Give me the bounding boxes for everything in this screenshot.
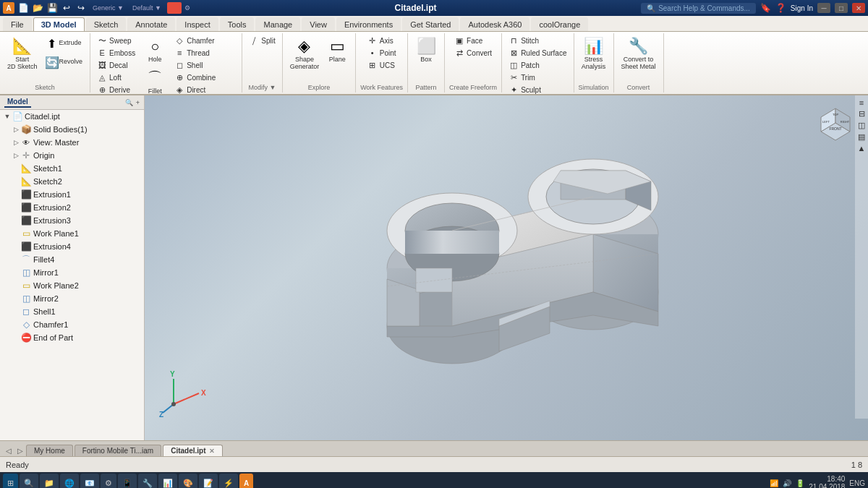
chamfer-button[interactable]: ◇ Chamfer bbox=[172, 35, 237, 46]
addins-icon[interactable]: ⚙ bbox=[184, 4, 190, 12]
split-button[interactable]: ⧸ Split bbox=[247, 35, 277, 46]
save-icon[interactable]: 💾 bbox=[46, 2, 58, 14]
axis-button[interactable]: ✛ Axis bbox=[365, 35, 399, 46]
taskbar-app-5[interactable]: 🎨 bbox=[179, 474, 197, 488]
direct-button[interactable]: ◈ Direct bbox=[172, 84, 237, 95]
decal-button[interactable]: 🖼 Decal bbox=[95, 59, 137, 71]
tab-citadel[interactable]: Citadel.ipt ✕ bbox=[163, 445, 222, 456]
minimize-button[interactable]: ─ bbox=[817, 3, 830, 13]
taskbar-app-4[interactable]: 📊 bbox=[158, 474, 177, 488]
tab-nav-left[interactable]: ◁ bbox=[3, 445, 14, 456]
tab-view[interactable]: View bbox=[302, 17, 335, 31]
hole-button[interactable]: ○ Hole bbox=[139, 35, 171, 65]
sweep-button[interactable]: 〜 Sweep bbox=[95, 35, 137, 46]
combine-button[interactable]: ⊕ Combine bbox=[172, 72, 237, 83]
new-icon[interactable]: 📄 bbox=[17, 2, 29, 14]
tab-tools[interactable]: Tools bbox=[220, 17, 255, 31]
tree-item-extrusion1[interactable]: ⬛ Extrusion1 bbox=[0, 188, 144, 201]
undo-icon[interactable]: ↩ bbox=[61, 2, 72, 14]
help-icon[interactable]: ❓ bbox=[775, 3, 786, 13]
search-box[interactable]: 🔍 Search Help & Commands... bbox=[641, 3, 756, 14]
viewport[interactable]: FRONT LEFT RIGHT TOP X Y Z bbox=[145, 95, 868, 440]
converttosheetmetal-button[interactable]: 🔧 Convert toSheet Metal bbox=[618, 35, 659, 72]
tab-3dmodel[interactable]: 3D Model bbox=[33, 17, 85, 31]
tab-manage[interactable]: Manage bbox=[255, 17, 300, 31]
box-button[interactable]: ⬜ Box bbox=[412, 35, 440, 65]
taskbar-app-6[interactable]: 📝 bbox=[199, 474, 218, 488]
tab-sketch[interactable]: Sketch bbox=[86, 17, 127, 31]
redo-icon[interactable]: ↪ bbox=[75, 2, 87, 14]
tree-item-shell1[interactable]: ◻ Shell1 bbox=[0, 305, 144, 318]
tree-item-fillet4[interactable]: ⌒ Fillet4 bbox=[0, 253, 144, 266]
point-button[interactable]: • Point bbox=[365, 47, 399, 59]
shell-button[interactable]: ◻ Shell bbox=[172, 59, 237, 71]
face-button[interactable]: ▣ Face bbox=[452, 35, 494, 46]
revolve-button[interactable]: 🔄 Revolve bbox=[42, 53, 86, 71]
sculpt-button[interactable]: ✦ Sculpt bbox=[506, 84, 569, 95]
tree-item-workplane1[interactable]: ▭ Work Plane1 bbox=[0, 227, 144, 240]
vp-btn-3[interactable]: ◫ bbox=[858, 121, 865, 130]
tree-item-extrusion2[interactable]: ⬛ Extrusion2 bbox=[0, 201, 144, 214]
open-icon[interactable]: 📂 bbox=[32, 2, 43, 14]
color-scheme-selector[interactable]: Default ▼ bbox=[129, 4, 164, 12]
maximize-button[interactable]: □ bbox=[835, 3, 848, 13]
trim-button[interactable]: ✂ Trim bbox=[506, 72, 569, 83]
tree-item-extrusion4[interactable]: ⬛ Extrusion4 bbox=[0, 240, 144, 253]
vp-btn-4[interactable]: ▤ bbox=[858, 132, 865, 142]
nav-cube[interactable]: FRONT LEFT RIGHT TOP bbox=[814, 103, 850, 139]
shapegenerator-button[interactable]: ◈ ShapeGenerator bbox=[287, 35, 323, 72]
tab-nav-right[interactable]: ▷ bbox=[14, 445, 26, 456]
derive-button[interactable]: ⊕ Derive bbox=[95, 84, 137, 95]
tree-item-mirror1[interactable]: ◫ Mirror1 bbox=[0, 266, 144, 279]
taskbar-app-chrome[interactable]: 🌐 bbox=[60, 474, 79, 488]
tab-inspect[interactable]: Inspect bbox=[176, 17, 218, 31]
stitch-button[interactable]: ⊓ Stitch bbox=[506, 35, 569, 46]
tree-item-chamfer1[interactable]: ◇ Chamfer1 bbox=[0, 318, 144, 331]
tree-item-sketch2[interactable]: 📐 Sketch2 bbox=[0, 175, 144, 188]
tab-a360[interactable]: Autodesk A360 bbox=[460, 17, 529, 31]
emboss-button[interactable]: E Emboss bbox=[95, 47, 137, 59]
tab-file[interactable]: File bbox=[3, 17, 32, 31]
close-button[interactable]: ✕ bbox=[852, 3, 865, 13]
tree-item-workplane2[interactable]: ▭ Work Plane2 bbox=[0, 279, 144, 292]
tab-coolorange[interactable]: coolOrange bbox=[531, 17, 588, 31]
fillet-button[interactable]: ⌒ Fillet bbox=[139, 67, 171, 95]
start-2dsketch-button[interactable]: 📐 Start2D Sketch bbox=[4, 35, 41, 72]
convert-button[interactable]: ⇄ Convert bbox=[452, 47, 494, 59]
tree-item-extrusion3[interactable]: ⬛ Extrusion3 bbox=[0, 214, 144, 227]
sidebar-tab-model[interactable]: Model bbox=[4, 97, 31, 108]
plane-button[interactable]: ▭ Plane bbox=[323, 35, 351, 65]
stressanalysis-button[interactable]: 📊 StressAnalysis bbox=[579, 35, 609, 72]
taskbar-app-7[interactable]: ⚡ bbox=[219, 474, 238, 488]
ruledsurface-button[interactable]: ⊠ Ruled Surface bbox=[506, 47, 569, 59]
tree-item-solidbodies[interactable]: ▷ 📦 Solid Bodies(1) bbox=[0, 123, 144, 136]
tab-myhome[interactable]: My Home bbox=[26, 445, 73, 456]
loft-button[interactable]: ◬ Loft bbox=[95, 72, 137, 83]
taskbar-app-explorer[interactable]: 📁 bbox=[40, 474, 59, 488]
tree-item-endofpart[interactable]: ⛔ End of Part bbox=[0, 331, 144, 344]
tree-item-view[interactable]: ▷ 👁 View: Master bbox=[0, 136, 144, 149]
patch-button[interactable]: ◫ Patch bbox=[506, 59, 569, 71]
taskbar-app-inventor[interactable]: A bbox=[239, 474, 253, 488]
vp-btn-1[interactable]: ≡ bbox=[859, 98, 864, 107]
tab-fortino[interactable]: Fortino Mobile Ti...iam bbox=[75, 445, 161, 456]
vp-btn-2[interactable]: ⊟ bbox=[859, 109, 865, 119]
extrude-button[interactable]: ⬆ Extrude bbox=[42, 35, 86, 52]
tree-item-origin[interactable]: ▷ ✛ Origin bbox=[0, 149, 144, 162]
taskbar-app-3[interactable]: 🔧 bbox=[138, 474, 157, 488]
tree-item-citadel[interactable]: ▼ 📄 Citadel.ipt bbox=[0, 110, 144, 123]
taskbar-app-email[interactable]: 📧 bbox=[80, 474, 99, 488]
tab-annotate[interactable]: Annotate bbox=[127, 17, 175, 31]
tree-item-sketch1[interactable]: 📐 Sketch1 bbox=[0, 162, 144, 175]
sidebar-add-icon[interactable]: + bbox=[136, 99, 140, 106]
tree-item-mirror2[interactable]: ◫ Mirror2 bbox=[0, 292, 144, 305]
taskbar-app-1[interactable]: ⚙ bbox=[101, 474, 116, 488]
taskbar-search[interactable]: 🔍 bbox=[20, 474, 38, 488]
sidebar-search-icon[interactable]: 🔍 bbox=[125, 99, 133, 106]
tab-environments[interactable]: Environments bbox=[336, 17, 401, 31]
sign-in-button[interactable]: Sign In bbox=[791, 4, 813, 12]
citadel-tab-close[interactable]: ✕ bbox=[209, 448, 215, 455]
taskbar-app-2[interactable]: 📱 bbox=[118, 474, 137, 488]
vp-btn-5[interactable]: ▲ bbox=[858, 144, 866, 153]
workspace-selector[interactable]: Generic ▼ bbox=[90, 4, 127, 12]
